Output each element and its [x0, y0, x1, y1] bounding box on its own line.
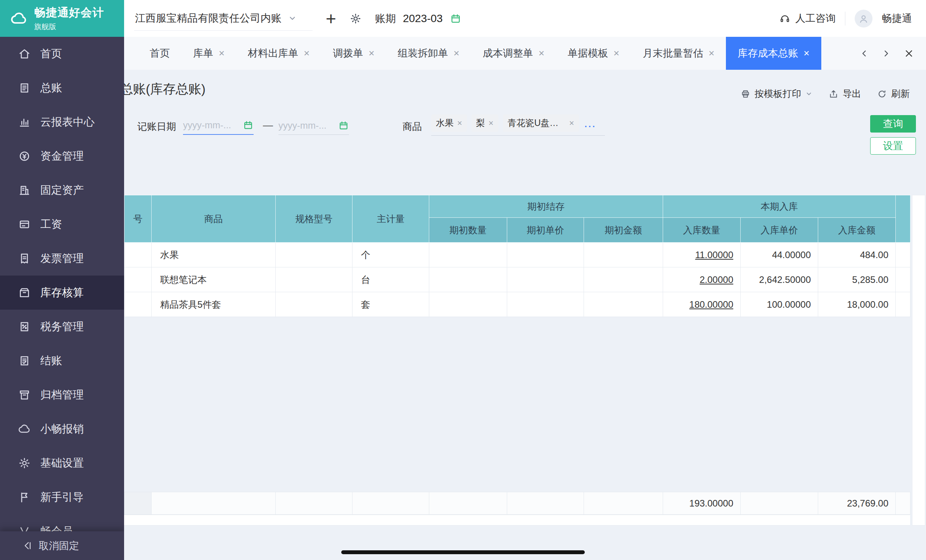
tab-home[interactable]: 首页 [138, 37, 181, 70]
tabs-scroll-right-button[interactable] [876, 44, 896, 63]
sidebar-unpin-button[interactable]: 取消固定 [0, 531, 124, 560]
tag-remove-icon[interactable]: × [457, 119, 462, 128]
tab-inventory-cost-ledger[interactable]: 库存成本总账 × [726, 37, 821, 70]
avatar[interactable] [855, 10, 872, 28]
column-header-opening-qty[interactable]: 期初数量 [429, 218, 507, 243]
tab-doc-template[interactable]: 单据模板 × [556, 37, 631, 70]
sidebar-item-fixed-assets[interactable]: 固定资产 [0, 173, 124, 207]
sidebar-item-home[interactable]: 首页 [0, 37, 124, 71]
tab-close-icon[interactable]: × [613, 47, 619, 59]
tag-remove-icon[interactable]: × [489, 119, 494, 128]
sidebar-item-guide[interactable]: 新手引导 [0, 480, 124, 514]
archive-icon [18, 388, 31, 401]
table-row[interactable]: 精品茶具5件套 套 180.00000 100.00000 18,000.00 [124, 292, 910, 317]
column-header-opening-amount[interactable]: 期初金额 [584, 218, 663, 243]
sidebar-item-archive[interactable]: 归档管理 [0, 378, 124, 412]
column-header-unit[interactable]: 主计量 [352, 195, 429, 243]
tabs-scroll-left-button[interactable] [855, 44, 874, 63]
cell-in-qty-link[interactable]: 180.00000 [663, 292, 741, 317]
cell-in-qty-link[interactable]: 2.00000 [663, 267, 741, 292]
export-label: 导出 [843, 88, 861, 100]
sidebar-item-member[interactable]: 畅会员 [0, 514, 124, 531]
export-button[interactable]: 导出 [828, 88, 861, 100]
report-chart-icon [18, 115, 31, 129]
column-header-in-amount[interactable]: 入库金额 [818, 218, 896, 243]
sidebar-item-settings[interactable]: 基础设置 [0, 446, 124, 480]
calendar-icon[interactable] [243, 120, 254, 131]
cell-in-price: 100.00000 [741, 292, 818, 317]
cell-in-qty-link[interactable]: 11.00000 [663, 243, 741, 267]
cell-product: 水果 [152, 243, 276, 267]
sidebar-item-tax[interactable]: 税务管理 [0, 310, 124, 344]
sidebar-item-label: 云报表中心 [40, 115, 95, 129]
support-label: 人工咨询 [795, 12, 836, 25]
date-to-field [278, 116, 349, 135]
account-settings-button[interactable] [349, 12, 362, 25]
column-header-spec[interactable]: 规格型号 [276, 195, 352, 243]
tab-close-icon[interactable]: × [708, 47, 714, 59]
tab-cost-adjust[interactable]: 成本调整单 × [471, 37, 556, 70]
tab-label: 首页 [150, 47, 170, 60]
calendar-icon[interactable] [450, 13, 461, 24]
tab-month-end-estimate[interactable]: 月末批量暂估 × [631, 37, 726, 70]
date-from-input[interactable] [183, 120, 240, 131]
sidebar-item-cloud-reports[interactable]: 云报表中心 [0, 105, 124, 139]
chevron-down-icon[interactable] [805, 90, 813, 98]
settings-button[interactable]: 设置 [870, 137, 916, 155]
tag-remove-icon[interactable]: × [569, 119, 574, 128]
sidebar-item-label: 小畅报销 [40, 422, 84, 436]
column-header-opening-price[interactable]: 期初单价 [507, 218, 584, 243]
tab-close-icon[interactable]: × [368, 47, 374, 59]
chevron-left-icon [859, 48, 869, 59]
tab-close-icon[interactable]: × [304, 47, 309, 59]
more-tags-icon[interactable]: … [584, 121, 596, 126]
user-name[interactable]: 畅捷通 [882, 12, 912, 25]
table-row[interactable]: 联想笔记本 台 2.00000 2,642.50000 5,285.00 [124, 267, 910, 292]
column-header-in-price[interactable]: 入库单价 [741, 218, 818, 243]
date-to-input[interactable] [278, 120, 336, 131]
tab-inbound-order[interactable]: 库单 × [181, 37, 236, 70]
period-value[interactable]: 2023-03 [403, 12, 443, 25]
tab-transfer-order[interactable]: 调拨单 × [321, 37, 386, 70]
sidebar-item-invoice[interactable]: 发票管理 [0, 241, 124, 276]
query-button[interactable]: 查询 [870, 115, 916, 133]
chevron-right-icon [881, 48, 891, 59]
column-header-in-qty[interactable]: 入库数量 [663, 218, 741, 243]
close-all-tabs-button[interactable] [898, 44, 920, 63]
sidebar-item-label: 固定资产 [40, 183, 84, 198]
table-row[interactable]: 水果 个 11.00000 44.00000 484.00 [124, 243, 910, 267]
refresh-label: 刷新 [891, 88, 910, 100]
tab-nav [855, 37, 926, 70]
tab-label: 库单 [193, 47, 213, 60]
product-filter-label: 商品 [403, 120, 422, 133]
sidebar-item-general-ledger[interactable]: 总账 [0, 71, 124, 105]
sidebar-item-inventory[interactable]: 库存核算 [0, 276, 124, 310]
sidebar-item-label: 库存核算 [40, 285, 84, 300]
print-by-template-button[interactable]: 按模板打印 [740, 88, 813, 100]
sidebar-item-label: 工资 [40, 217, 62, 232]
cell-unit: 台 [352, 267, 429, 292]
tab-material-outbound[interactable]: 材料出库单 × [236, 37, 321, 70]
add-account-button[interactable]: + [326, 10, 336, 28]
cell-code [124, 292, 152, 317]
column-header-code[interactable]: 号 [124, 195, 152, 243]
product-filter-field[interactable]: 水果 × 梨 × 青花瓷U盘钢笔 × … [431, 114, 605, 136]
horizontal-scrollbar-thumb[interactable] [341, 550, 585, 554]
tab-close-icon[interactable]: × [803, 47, 809, 59]
cell-in-price: 44.00000 [741, 243, 818, 267]
support-button[interactable]: 人工咨询 [779, 12, 836, 25]
sidebar-item-funds[interactable]: 资金管理 [0, 139, 124, 173]
column-header-product[interactable]: 商品 [152, 195, 276, 243]
tab-assembly-order[interactable]: 组装拆卸单 × [386, 37, 471, 70]
tab-close-icon[interactable]: × [539, 47, 544, 59]
sidebar-item-reimburse[interactable]: 小畅报销 [0, 412, 124, 446]
sidebar-item-closing[interactable]: 结账 [0, 344, 124, 378]
refresh-button[interactable]: 刷新 [877, 88, 910, 100]
page-title: 总账(库存总账) [124, 81, 206, 98]
calendar-icon[interactable] [338, 120, 349, 131]
company-selector[interactable]: 江西服宝精品有限责任公司内账 [134, 7, 313, 31]
tab-close-icon[interactable]: × [454, 47, 460, 59]
sidebar-item-payroll[interactable]: 工资 [0, 207, 124, 241]
vertical-scrollbar-track[interactable] [912, 195, 925, 526]
tab-close-icon[interactable]: × [219, 47, 225, 59]
